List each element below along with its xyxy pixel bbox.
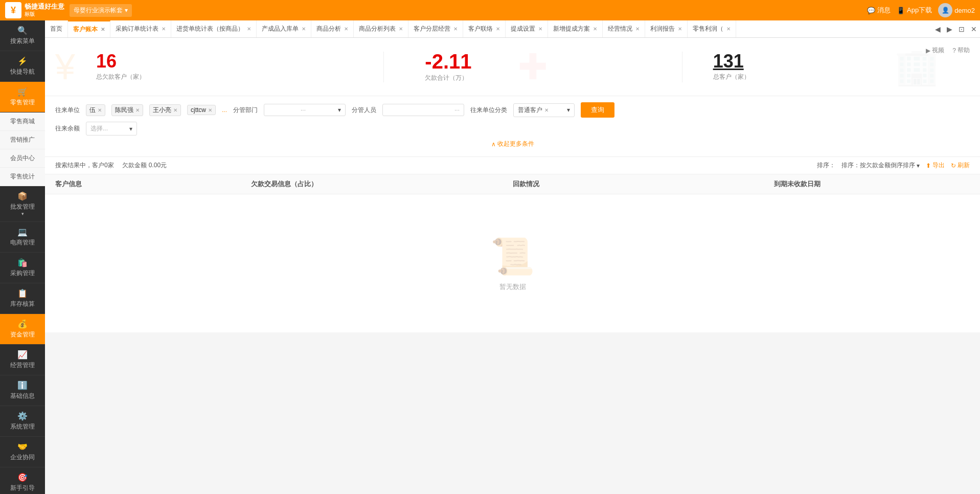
sidebar-sub-item-marketing[interactable]: 营销推广 xyxy=(0,131,45,149)
sort-label: 排序： xyxy=(817,161,835,170)
retail-icon: 🛒 xyxy=(17,87,28,97)
tab-close-customer-ledger[interactable]: ✕ xyxy=(101,27,105,32)
sidebar-item-inventory[interactable]: 📋 库存核算 xyxy=(0,283,45,314)
query-button[interactable]: 查询 xyxy=(581,102,614,118)
filter-tag-close-2[interactable]: ✕ xyxy=(135,107,140,113)
quicknav-icon: ⚡ xyxy=(17,56,28,66)
tab-customer-contact[interactable]: 客户联络 ✕ xyxy=(463,20,506,38)
tab-inbound-stats[interactable]: 进货单统计表（按商品） ✕ xyxy=(171,20,257,38)
tab-customer-segment[interactable]: 客户分层经营 ✕ xyxy=(408,20,463,38)
help-icon: ? xyxy=(952,47,956,54)
dept-selector[interactable]: ··· ▾ xyxy=(264,104,346,116)
empty-illustration: 📜 xyxy=(490,235,535,277)
refresh-btn[interactable]: ↻ 刷新 xyxy=(951,161,970,170)
tab-close-commission-settings[interactable]: ✕ xyxy=(538,26,542,32)
export-icon: ⬆ xyxy=(926,162,931,169)
sidebar-item-search[interactable]: 🔍 搜索菜单 xyxy=(0,20,45,51)
col-header-customer: 客户信息 xyxy=(55,179,251,189)
tab-home[interactable]: 首页 xyxy=(45,20,68,38)
tab-close-customer-segment[interactable]: ✕ xyxy=(453,26,458,32)
org-selector[interactable]: 母婴行业演示帐套 ▾ xyxy=(70,4,132,17)
tab-close-purchase-order-stats[interactable]: ✕ xyxy=(162,26,166,32)
stat-section-owe-customers: 16 总欠款客户（家） xyxy=(55,47,373,86)
tab-commission-settings[interactable]: 提成设置 ✕ xyxy=(506,20,548,38)
filter-tag-close-1[interactable]: ✕ xyxy=(98,107,102,113)
sidebar-item-retail-mgmt[interactable]: 🛒 零售管理 xyxy=(0,82,45,113)
filter-tag-close-4[interactable]: ✕ xyxy=(208,107,212,113)
tab-profit-report[interactable]: 利润报告 ✕ xyxy=(645,20,688,38)
tab-purchase-order-stats[interactable]: 采购订单统计表 ✕ xyxy=(110,20,171,38)
sidebar-item-basic-info[interactable]: ℹ️ 基础信息 xyxy=(0,375,45,406)
logo-symbol: ¥ xyxy=(11,5,16,16)
sidebar-item-purchase[interactable]: 🛍️ 采购管理 xyxy=(0,253,45,283)
sidebar-item-wholesale[interactable]: 📦 批发管理 ▾ xyxy=(0,186,45,222)
stat-debt-label: 欠款合计（万） xyxy=(425,74,471,82)
sidebar-sub-item-members[interactable]: 会员中心 xyxy=(0,149,45,168)
tab-close-add-commission[interactable]: ✕ xyxy=(593,26,597,32)
logo-icon: ¥ xyxy=(5,2,21,18)
tab-prev-btn[interactable]: ◀ xyxy=(932,25,944,33)
tab-close-retail-profit[interactable]: ✕ xyxy=(726,26,731,32)
message-icon: 💬 xyxy=(867,7,875,14)
sort-selector[interactable]: 排序：按欠款金额倒序排序 ▾ xyxy=(841,161,920,170)
operations-icon: 📈 xyxy=(17,350,28,360)
extra-selector[interactable]: 选择... ▾ xyxy=(86,122,137,136)
tab-close-product-inbound[interactable]: ✕ xyxy=(302,26,306,32)
tab-product-inbound[interactable]: 产成品入库单 ✕ xyxy=(257,20,311,38)
tab-retail-profit[interactable]: 零售利润（ ✕ xyxy=(688,20,736,38)
tab-close-inbound-stats[interactable]: ✕ xyxy=(247,26,251,32)
tab-close-all-btn[interactable]: ✕ xyxy=(968,25,980,33)
tab-close-customer-contact[interactable]: ✕ xyxy=(496,26,500,32)
tab-operations[interactable]: 经营情况 ✕ xyxy=(603,20,645,38)
tab-close-product-analysis[interactable]: ✕ xyxy=(344,26,348,32)
top-bar-right: 💬 消息 📱 App下载 👤 demo2 xyxy=(867,3,975,17)
purchase-icon: 🛍️ xyxy=(17,258,28,267)
unit-filter-label: 往来单位 xyxy=(55,106,80,115)
filter-tag-close-category[interactable]: ✕ xyxy=(544,107,549,113)
tab-product-analysis[interactable]: 商品分析 ✕ xyxy=(311,20,354,38)
filter-more-tags[interactable]: ... xyxy=(222,106,227,114)
tab-close-product-analysis-list[interactable]: ✕ xyxy=(399,26,403,32)
sidebar-item-ecommerce[interactable]: 💻 电商管理 xyxy=(0,222,45,253)
video-icon: ▶ xyxy=(926,47,930,54)
sidebar-sub-item-retail-stats[interactable]: 零售统计 xyxy=(0,168,45,186)
guide-icon: 🎯 xyxy=(17,473,28,482)
tab-close-profit-report[interactable]: ✕ xyxy=(678,26,682,32)
filter-tag-close-3[interactable]: ✕ xyxy=(173,107,177,113)
empty-text: 暂无数据 xyxy=(499,282,526,291)
stat-owe-customers-value: 16 xyxy=(96,52,145,71)
collapse-btn[interactable]: ∧ 收起更多条件 xyxy=(491,140,534,148)
tab-restore-btn[interactable]: ⊡ xyxy=(955,25,968,33)
sidebar-item-operations[interactable]: 📈 经营管理 xyxy=(0,345,45,375)
filter-tag-unit-4: cjttcw ✕ xyxy=(187,105,216,115)
table-container: 客户信息 欠款交易信息（占比） 回款情况 到期未收款日期 📜 暂无数据 xyxy=(45,174,980,332)
results-summary: 搜索结果中，客户0家 欠款金额 0.00元 xyxy=(55,161,167,170)
person-selector[interactable]: ··· xyxy=(382,104,464,116)
sidebar-item-collab[interactable]: 🤝 企业协同 xyxy=(0,437,45,467)
dept-dropdown-icon: ▾ xyxy=(338,106,341,114)
tab-product-analysis-list[interactable]: 商品分析列表 ✕ xyxy=(354,20,408,38)
tab-next-btn[interactable]: ▶ xyxy=(944,25,955,33)
filter-tag-category: 普通客户 ✕ xyxy=(518,106,549,115)
sidebar-sub-item-mall[interactable]: 零售商城 xyxy=(0,113,45,131)
logo-text: 畅捷通好生意 标版 xyxy=(25,3,64,18)
tab-add-commission[interactable]: 新增提成方案 ✕ xyxy=(548,20,603,38)
category-dropdown-icon: ▾ xyxy=(567,106,570,114)
sidebar-item-capital[interactable]: 💰 资金管理 xyxy=(0,314,45,345)
help-link[interactable]: ? 帮助 xyxy=(952,46,970,55)
messages-btn[interactable]: 💬 消息 xyxy=(867,6,891,15)
tab-close-operations[interactable]: ✕ xyxy=(635,26,640,32)
stat-debt-value: -2.11 xyxy=(425,51,471,72)
empty-state: 📜 暂无数据 xyxy=(45,194,980,332)
stats-bar: ¥ 16 总欠款客户（家） ✚ -2.11 欠款合 xyxy=(45,38,980,96)
video-link[interactable]: ▶ 视频 xyxy=(926,46,944,55)
app-download-btn[interactable]: 📱 App下载 xyxy=(897,6,932,15)
category-selector[interactable]: 普通客户 ✕ ▾ xyxy=(513,103,575,117)
sidebar-item-guide[interactable]: 🎯 新手引导 xyxy=(0,467,45,494)
sidebar-item-quicknav[interactable]: ⚡ 快捷导航 xyxy=(0,51,45,82)
user-avatar-btn[interactable]: 👤 demo2 xyxy=(938,3,975,17)
export-btn[interactable]: ⬆ 导出 xyxy=(926,161,945,170)
tab-customer-ledger[interactable]: 客户账本 ✕ xyxy=(68,20,110,38)
sidebar-item-sys-mgmt[interactable]: ⚙️ 系统管理 xyxy=(0,406,45,437)
top-bar: ¥ 畅捷通好生意 标版 母婴行业演示帐套 ▾ 💬 消息 📱 App下载 xyxy=(0,0,980,20)
